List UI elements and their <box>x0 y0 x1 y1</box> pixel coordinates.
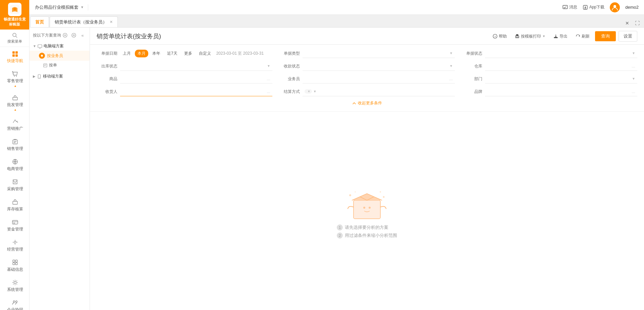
left-panel-icons: « <box>61 32 86 39</box>
sidebar-item-quick-nav[interactable]: 快捷导航 <box>0 47 29 67</box>
settings-button[interactable]: 设置 <box>619 31 637 42</box>
sidebar-item-label: 销售管理 <box>7 146 23 152</box>
type-dropdown-arrow[interactable]: ▼ <box>449 51 453 55</box>
sidebar-item-label: 营销推广 <box>7 126 23 132</box>
tab-close-all-button[interactable]: ✕ <box>623 19 631 27</box>
sidebar-item-wholesale[interactable]: 批发管理 ▴ <box>0 91 29 115</box>
status-filter-input[interactable]: ▼ <box>485 49 637 58</box>
settle-tag-close[interactable]: × <box>308 90 310 93</box>
collapse-filter-button[interactable]: 收起更多条件 <box>97 99 637 107</box>
goods-label: 商品 <box>97 76 120 82</box>
brand-filter[interactable]: … <box>485 87 637 96</box>
sidebar-nav: 快捷导航 零售管理 ▴ 批发管理 ▴ 营销推广 销售管理 电商管理 采购管理 <box>0 47 29 310</box>
sidebar-item-inventory[interactable]: 库存核算 <box>0 195 29 215</box>
pc-group-header[interactable]: ▼ 电脑端方案 <box>30 42 90 51</box>
warehouse-suffix[interactable]: … <box>632 64 635 68</box>
sidebar-item-label: 企业协同 <box>7 307 23 310</box>
warehouse-label: 仓库 <box>462 63 485 69</box>
pay-status-filter[interactable]: ▼ <box>303 61 455 71</box>
app-download-button[interactable]: App下载 <box>583 4 604 10</box>
svg-point-38 <box>39 78 40 78</box>
tabbar: 首页 销货单统计表（按业务员） ✕ ✕ ⛶ <box>30 15 644 28</box>
salesperson-filter[interactable]: … <box>303 74 455 84</box>
scheme-sub-item-order[interactable]: 按单 <box>30 61 90 70</box>
type-filter-input[interactable]: ▼ <box>303 49 455 58</box>
collapse-left-panel-button[interactable]: « <box>79 32 86 39</box>
sidebar-item-ecommerce[interactable]: 电商管理 <box>0 155 29 175</box>
out-status-arrow[interactable]: ▼ <box>267 64 270 68</box>
scheme-active-dot <box>39 53 45 59</box>
sidebar-item-basic[interactable]: 基础信息 <box>0 256 29 276</box>
scheme-item-sales-person[interactable]: 按业务员 <box>30 51 90 61</box>
edit-scheme-button[interactable] <box>70 32 77 39</box>
message-button[interactable]: 消息 <box>562 4 577 10</box>
filter-warehouse-col: 仓库 … <box>462 61 637 71</box>
svg-point-1 <box>13 8 16 10</box>
sidebar-item-finance[interactable]: 资金管理 <box>0 215 29 236</box>
sidebar-item-system[interactable]: 系统管理 <box>0 276 29 296</box>
filter-out-status-col: 出库状态 ▼ <box>97 61 272 71</box>
filter-type-col: 单据类型 ▼ <box>279 49 455 58</box>
svg-point-8 <box>14 76 15 76</box>
receiver-suffix[interactable]: … <box>267 90 270 94</box>
mobile-group-header[interactable]: ▶ 移动端方案 <box>30 72 90 81</box>
query-button[interactable]: 查询 <box>595 31 616 41</box>
settle-arrow[interactable]: ▼ <box>313 90 317 93</box>
date-custom[interactable]: 自定义 <box>196 50 214 57</box>
sidebar-item-operations[interactable]: 经营管理 <box>0 236 29 256</box>
add-scheme-button[interactable] <box>61 32 69 39</box>
goods-filter[interactable]: … <box>120 74 272 84</box>
brand-suffix[interactable]: … <box>632 90 635 94</box>
dept-arrow[interactable]: ▼ <box>632 77 635 81</box>
export-button[interactable]: 导出 <box>551 32 570 41</box>
sidebar: 畅捷通好生意 标账版 搜索菜单 快捷导航 零售管理 ▴ 批发管理 ▴ 营销推广 <box>0 0 30 310</box>
date-last-month[interactable]: 上月 <box>120 50 133 57</box>
svg-rect-11 <box>13 140 17 144</box>
svg-point-35 <box>41 55 43 57</box>
print-button[interactable]: 按模板打印 ▼ <box>512 32 548 41</box>
filter-goods-col: 商品 … <box>97 74 272 84</box>
tab-sales-stat[interactable]: 销货单统计表（按业务员） ✕ <box>50 16 118 27</box>
main-content: 办公用品行业模拟账套 ▼ 消息 App下载 demo2 首页 销货单统计表（按业… <box>30 0 644 310</box>
app-selector[interactable]: 办公用品行业模拟账套 ▼ <box>35 4 88 10</box>
sidebar-item-enterprise[interactable]: 企业协同 <box>0 296 29 310</box>
settle-filter[interactable]: × ▼ <box>303 87 455 96</box>
tab-expand-button[interactable]: ⛶ <box>633 19 641 27</box>
date-this-year[interactable]: 本年 <box>150 50 163 57</box>
tab-home[interactable]: 首页 <box>30 16 49 27</box>
refresh-button[interactable]: 刷新 <box>573 32 592 41</box>
message-label: 消息 <box>569 4 577 10</box>
status-dropdown-arrow[interactable]: ▼ <box>632 51 635 55</box>
svg-rect-10 <box>13 97 17 100</box>
date-last7days[interactable]: 近7天 <box>164 50 180 57</box>
user-avatar[interactable] <box>610 2 620 12</box>
help-button[interactable]: ? 帮助 <box>490 32 509 41</box>
date-this-month[interactable]: 本月 <box>135 50 148 57</box>
salesperson-suffix[interactable]: … <box>449 77 453 81</box>
pay-status-arrow[interactable]: ▼ <box>449 64 453 68</box>
out-status-filter[interactable]: ▼ <box>120 61 272 71</box>
warehouse-filter[interactable]: … <box>485 61 637 71</box>
dept-filter[interactable]: ▼ <box>485 74 637 84</box>
sidebar-item-marketing[interactable]: 营销推广 <box>0 115 29 135</box>
svg-rect-17 <box>13 260 15 262</box>
filter-row-2: 出库状态 ▼ 收款状态 ▼ 仓库 <box>97 61 637 71</box>
receiver-filter[interactable]: … <box>120 87 272 96</box>
sidebar-item-label: 经营管理 <box>7 247 23 252</box>
app-name: 畅捷通好生意 <box>4 17 26 22</box>
page-header: 销货单统计表(按业务员) ? 帮助 按模板打印 ▼ 导出 <box>90 28 644 45</box>
svg-line-3 <box>16 36 17 38</box>
print-dropdown-arrow[interactable]: ▼ <box>542 35 545 38</box>
sidebar-logo[interactable]: 畅捷通好生意 标账版 <box>0 0 29 30</box>
search-menu[interactable]: 搜索菜单 <box>0 30 29 47</box>
goods-suffix[interactable]: … <box>267 77 270 81</box>
tab-close-icon[interactable]: ✕ <box>110 20 113 24</box>
sidebar-item-purchase[interactable]: 采购管理 <box>0 175 29 195</box>
brand-label: 品牌 <box>462 89 485 95</box>
print-label: 按模板打印 <box>521 34 541 39</box>
date-more[interactable]: 更多 <box>181 50 195 57</box>
username[interactable]: demo2 <box>625 5 639 10</box>
sidebar-item-zero-retail[interactable]: 零售管理 ▴ <box>0 67 29 91</box>
svg-rect-18 <box>15 260 17 262</box>
sidebar-item-sales[interactable]: 销售管理 <box>0 135 29 155</box>
